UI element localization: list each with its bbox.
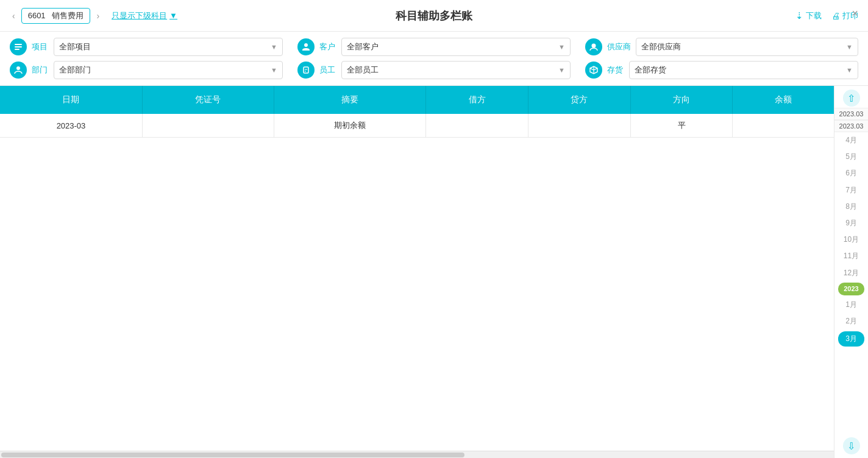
department-select[interactable]: 全部部门 ▼ bbox=[54, 61, 283, 79]
chevron-down-icon: ▼ bbox=[271, 66, 277, 74]
col-summary: 摘要 bbox=[274, 86, 426, 114]
chevron-down-icon: ▼ bbox=[271, 43, 277, 51]
svg-rect-0 bbox=[15, 44, 22, 45]
supplier-label: 供应商 bbox=[607, 41, 631, 52]
filter-employee: 员工 全部员工 ▼ bbox=[297, 61, 571, 79]
project-select[interactable]: 全部项目 ▼ bbox=[54, 38, 283, 56]
timeline-item[interactable]: 9月 bbox=[834, 215, 868, 231]
filter-bar: 项目 全部项目 ▼ 客户 全部客户 ▼ 供应商 全部供应商 ▼ bbox=[0, 32, 868, 86]
svg-rect-2 bbox=[15, 49, 20, 50]
customer-label: 客户 bbox=[319, 41, 336, 52]
timeline-item[interactable]: 6月 bbox=[834, 165, 868, 181]
timeline-item[interactable]: 2月 bbox=[834, 313, 868, 329]
col-credit: 贷方 bbox=[528, 86, 631, 114]
cell-direction: 平 bbox=[630, 114, 733, 138]
project-label: 项目 bbox=[32, 41, 49, 52]
account-code-name: 6601 销售费用 bbox=[21, 8, 91, 24]
cell-date: 2023-03 bbox=[0, 114, 142, 138]
timeline-up-arrow[interactable]: ⇧ bbox=[843, 90, 860, 107]
show-sub-label: 只显示下级科目 bbox=[112, 10, 167, 21]
bottom-scrollbar[interactable] bbox=[0, 451, 834, 458]
svg-point-4 bbox=[16, 66, 20, 70]
timeline-item[interactable]: 2023.03 bbox=[834, 108, 868, 120]
project-icon bbox=[10, 38, 27, 55]
col-direction: 方向 bbox=[630, 86, 733, 114]
show-sub-button[interactable]: 只显示下级科目 ▼ bbox=[112, 10, 177, 21]
timeline-item[interactable]: 10月 bbox=[834, 231, 868, 248]
timeline-items: 2023.032023.034月5月6月7月8月9月10月11月12月20231… bbox=[834, 108, 868, 436]
col-balance: 余额 bbox=[733, 86, 834, 114]
inventory-icon bbox=[585, 62, 602, 79]
scrollbar-thumb bbox=[1, 453, 464, 457]
col-date: 日期 bbox=[0, 86, 142, 114]
chevron-down-icon: ▼ bbox=[846, 66, 853, 74]
timeline-item[interactable]: 12月 bbox=[834, 265, 868, 281]
timeline-item[interactable]: 1月 bbox=[834, 297, 868, 313]
cell-voucher bbox=[142, 114, 274, 138]
timeline-item[interactable]: 2023 bbox=[838, 283, 864, 296]
supplier-icon bbox=[585, 38, 602, 55]
table-row[interactable]: 2023-03期初余额平 bbox=[0, 114, 834, 138]
account-nav: ‹ 6601 销售费用 › bbox=[10, 8, 102, 24]
cell-credit bbox=[528, 114, 631, 138]
department-label: 部门 bbox=[32, 65, 49, 76]
account-name: 销售费用 bbox=[52, 11, 84, 20]
filter-customer: 客户 全部客户 ▼ bbox=[297, 38, 571, 56]
close-button[interactable]: × bbox=[852, 7, 858, 20]
cell-summary: 期初余额 bbox=[274, 114, 426, 138]
timeline-down-arrow[interactable]: ⇩ bbox=[843, 437, 860, 454]
chevron-down-icon: ▼ bbox=[558, 43, 565, 51]
inventory-label: 存货 bbox=[607, 65, 624, 76]
table-wrapper[interactable]: 日期 凭证号 摘要 借方 贷方 方向 余额 2023-03期初余额平 bbox=[0, 86, 834, 451]
nav-next-arrow[interactable]: › bbox=[94, 10, 102, 22]
filter-department: 部门 全部部门 ▼ bbox=[10, 61, 283, 79]
filter-inventory: 存货 全部存货 ▼ bbox=[585, 61, 858, 79]
table-scroll-area: 日期 凭证号 摘要 借方 贷方 方向 余额 2023-03期初余额平 bbox=[0, 86, 834, 458]
col-voucher: 凭证号 bbox=[142, 86, 274, 114]
chevron-down-icon: ▼ bbox=[169, 11, 177, 20]
cell-balance bbox=[733, 114, 834, 138]
employee-select[interactable]: 全部员工 ▼ bbox=[341, 61, 571, 79]
cell-debit bbox=[426, 114, 528, 138]
svg-rect-1 bbox=[15, 46, 22, 48]
timeline-item[interactable]: 3月 bbox=[838, 331, 864, 347]
timeline-item[interactable]: 4月 bbox=[834, 132, 868, 149]
content-row: 日期 凭证号 摘要 借方 贷方 方向 余额 2023-03期初余额平 bbox=[0, 86, 868, 458]
svg-point-3 bbox=[592, 44, 596, 48]
timeline-item[interactable]: 5月 bbox=[834, 149, 868, 165]
print-icon: 🖨 bbox=[831, 11, 840, 21]
data-table: 日期 凭证号 摘要 借方 贷方 方向 余额 2023-03期初余额平 bbox=[0, 86, 834, 138]
employee-icon bbox=[297, 62, 315, 79]
inventory-select[interactable]: 全部存货 ▼ bbox=[629, 61, 858, 79]
chevron-down-icon: ▼ bbox=[846, 43, 853, 51]
top-actions: ⇣ 下载 🖨 打印 bbox=[795, 10, 858, 21]
svg-rect-5 bbox=[304, 67, 308, 73]
timeline-item[interactable]: 7月 bbox=[834, 182, 868, 199]
timeline-item[interactable]: 8月 bbox=[834, 199, 868, 215]
table-body: 2023-03期初余额平 bbox=[0, 114, 834, 138]
supplier-select[interactable]: 全部供应商 ▼ bbox=[636, 38, 858, 56]
timeline-panel: ⇧ 2023.032023.034月5月6月7月8月9月10月11月12月202… bbox=[834, 86, 868, 458]
department-icon bbox=[10, 62, 27, 79]
download-icon: ⇣ bbox=[795, 10, 803, 21]
filter-project: 项目 全部项目 ▼ bbox=[10, 38, 283, 56]
filter-supplier: 供应商 全部供应商 ▼ bbox=[585, 38, 858, 56]
app-layout: ‹ 6601 销售费用 › 只显示下级科目 ▼ 科目辅助多栏账 ⇣ 下载 🖨 打… bbox=[0, 0, 868, 458]
page-title: 科目辅助多栏账 bbox=[396, 9, 472, 23]
download-button[interactable]: ⇣ 下载 bbox=[795, 10, 822, 21]
timeline-item[interactable]: 2023.03 bbox=[834, 120, 868, 132]
col-debit: 借方 bbox=[426, 86, 528, 114]
customer-icon bbox=[297, 38, 315, 55]
account-code: 6601 bbox=[28, 11, 46, 20]
employee-label: 员工 bbox=[319, 65, 336, 76]
timeline-item[interactable]: 11月 bbox=[834, 248, 868, 264]
top-bar: ‹ 6601 销售费用 › 只显示下级科目 ▼ 科目辅助多栏账 ⇣ 下载 🖨 打… bbox=[0, 0, 868, 32]
chevron-down-icon: ▼ bbox=[558, 66, 565, 74]
nav-prev-arrow[interactable]: ‹ bbox=[10, 10, 18, 22]
table-header-row: 日期 凭证号 摘要 借方 贷方 方向 余额 bbox=[0, 86, 834, 114]
customer-select[interactable]: 全部客户 ▼ bbox=[341, 38, 571, 56]
